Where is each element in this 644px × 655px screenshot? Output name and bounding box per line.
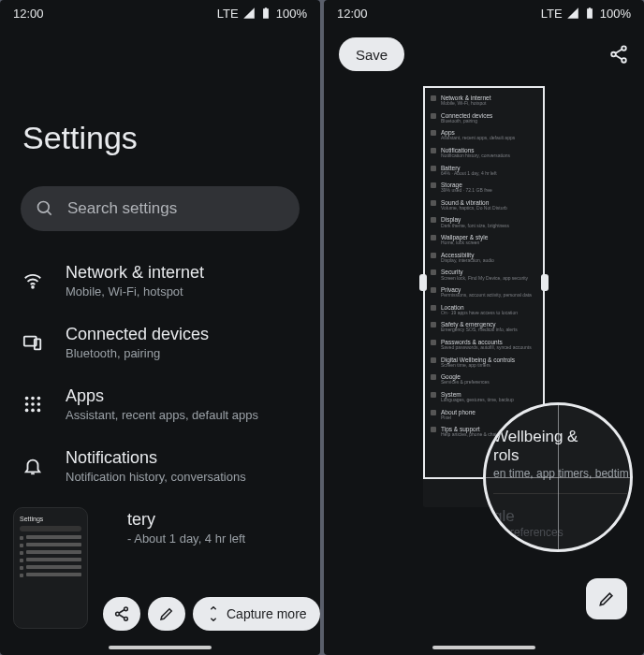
item-apps[interactable]: AppsAssistant, recent apps, default apps xyxy=(21,373,300,435)
mini-item[interactable]: PrivacyPermissions, account activity, pe… xyxy=(429,284,539,301)
mini-item[interactable]: Sound & vibrationVolume, haptics, Do Not… xyxy=(429,196,539,214)
mini-item[interactable]: Connected devicesBluetooth, pairing xyxy=(429,109,539,127)
svg-point-5 xyxy=(25,397,29,400)
mini-item[interactable]: SecurityScreen lock, Find My Device, app… xyxy=(429,266,539,284)
item-connected-devices[interactable]: Connected devicesBluetooth, pairing xyxy=(21,312,300,373)
mini-item[interactable]: AppsAssistant, recent apps, default apps xyxy=(429,126,539,144)
item-subtitle: Notification history, conversations xyxy=(66,470,246,484)
mini-icon xyxy=(431,322,436,328)
svg-point-11 xyxy=(25,409,29,413)
nav-pill[interactable] xyxy=(432,646,535,649)
mini-item[interactable]: SystemLanguages, gestures, time, backup xyxy=(429,388,539,406)
pencil-icon xyxy=(597,590,616,608)
mini-item[interactable]: AccessibilityDisplay, interaction, audio xyxy=(429,249,539,267)
item-title: Apps xyxy=(66,386,258,406)
mini-item[interactable]: Network & internetMobile, Wi-Fi, hotspot xyxy=(429,92,539,109)
phone-settings: 12:00 LTE 100% Settings Search settings … xyxy=(0,0,320,655)
mini-subtitle: Emergency SOS, medical info, alerts xyxy=(441,328,537,333)
status-time: 12:00 xyxy=(337,7,368,21)
mini-subtitle: Mobile, Wi-Fi, hotspot xyxy=(441,101,537,107)
battery-pct: 100% xyxy=(600,7,631,21)
mini-subtitle: Services & preferences xyxy=(441,380,537,386)
mini-subtitle: Screen time, app timers xyxy=(441,363,537,369)
item-title: Notifications xyxy=(66,448,246,468)
screenshot-thumbnail[interactable]: Settings xyxy=(13,507,88,629)
item-subtitle: - About 1 day, 4 hr left xyxy=(127,531,245,546)
edit-button[interactable] xyxy=(148,597,185,631)
mini-icon xyxy=(431,217,436,223)
svg-line-23 xyxy=(615,55,622,60)
phone-scroll-capture: 12:00 LTE 100% Save Network & internetMo… xyxy=(324,0,644,655)
mag-sub2: & preferences xyxy=(493,526,630,539)
mini-icon xyxy=(431,357,436,363)
mini-subtitle: Assistant, recent apps, default apps xyxy=(441,136,537,141)
battery-icon xyxy=(259,7,272,20)
mini-item[interactable]: Battery64% · About 1 day, 4 hr left xyxy=(429,162,539,180)
mini-icon xyxy=(431,113,436,119)
mini-icon xyxy=(431,340,436,345)
item-title: Connected devices xyxy=(66,325,209,344)
share-button[interactable] xyxy=(103,597,140,631)
item-title: Network & internet xyxy=(66,263,204,283)
mini-icon xyxy=(431,235,436,240)
mini-icon xyxy=(431,305,436,311)
mini-item[interactable]: Passwords & accountsSaved passwords, aut… xyxy=(429,336,539,354)
mini-icon xyxy=(431,166,436,171)
mini-item[interactable]: Digital Wellbeing & controlsScreen time,… xyxy=(429,354,539,371)
mini-subtitle: On · 19 apps have access to location xyxy=(441,311,537,316)
mag-line2: gle xyxy=(493,507,630,526)
search-placeholder: Search settings xyxy=(67,199,177,218)
mini-subtitle: Permissions, account activity, personal … xyxy=(441,293,537,298)
devices-icon xyxy=(22,332,43,353)
svg-point-0 xyxy=(38,202,50,213)
mini-icon xyxy=(431,392,436,398)
svg-point-8 xyxy=(25,402,29,406)
item-notifications[interactable]: NotificationsNotification history, conve… xyxy=(21,435,300,497)
mini-item[interactable]: Wallpaper & styleHome, lock screen xyxy=(429,231,539,249)
mini-subtitle: 64% · About 1 day, 4 hr left xyxy=(441,171,537,177)
mini-subtitle: Notification history, conversations xyxy=(441,153,537,159)
status-right: LTE 100% xyxy=(217,7,307,21)
apps-icon xyxy=(22,394,43,415)
item-subtitle: Bluetooth, pairing xyxy=(66,346,209,360)
capture-more-label: Capture more xyxy=(227,606,307,621)
mini-icon xyxy=(431,269,436,275)
status-bar: 12:00 LTE 100% xyxy=(324,0,644,26)
battery-icon xyxy=(583,7,596,20)
svg-point-10 xyxy=(37,402,41,406)
mini-item[interactable]: DisplayDark theme, font size, brightness xyxy=(429,213,539,231)
mini-subtitle: Home, lock screen xyxy=(441,240,537,246)
thumb-title: Settings xyxy=(20,516,81,522)
status-right: LTE 100% xyxy=(541,7,631,21)
mini-item[interactable]: GoogleServices & preferences xyxy=(429,371,539,388)
magnifier-loupe: Wellbeing & rols en time, app timers, be… xyxy=(483,402,633,552)
mini-icon xyxy=(431,130,436,136)
svg-line-1 xyxy=(48,211,51,215)
pencil-icon xyxy=(158,605,175,622)
status-bar: 12:00 LTE 100% xyxy=(0,0,320,26)
item-network[interactable]: Network & internetMobile, Wi-Fi, hotspot xyxy=(21,250,300,312)
edit-fab[interactable] xyxy=(586,578,627,619)
network-label: LTE xyxy=(217,7,239,21)
nav-pill[interactable] xyxy=(109,646,212,649)
svg-line-17 xyxy=(119,610,124,614)
mini-subtitle: Bluetooth, pairing xyxy=(441,119,537,124)
svg-point-9 xyxy=(31,402,35,406)
battery-pct: 100% xyxy=(276,7,307,21)
search-field[interactable]: Search settings xyxy=(21,186,300,231)
share-icon xyxy=(113,605,130,622)
network-label: LTE xyxy=(541,7,563,21)
save-button[interactable]: Save xyxy=(339,37,404,71)
capture-more-button[interactable]: Capture more xyxy=(193,597,320,631)
signal-icon xyxy=(242,7,256,20)
svg-line-22 xyxy=(615,50,622,54)
svg-point-6 xyxy=(31,397,35,400)
mini-item[interactable]: NotificationsNotification history, conve… xyxy=(429,144,539,162)
mini-item[interactable]: Storage39% used · 72.1 GB free xyxy=(429,179,539,196)
mini-subtitle: Languages, gestures, time, backup xyxy=(441,398,537,403)
svg-line-18 xyxy=(119,615,124,619)
mini-item[interactable]: LocationOn · 19 apps have access to loca… xyxy=(429,301,539,319)
share-icon[interactable] xyxy=(608,44,629,65)
mini-item[interactable]: Safety & emergencyEmergency SOS, medical… xyxy=(429,318,539,336)
mini-icon xyxy=(431,427,436,432)
